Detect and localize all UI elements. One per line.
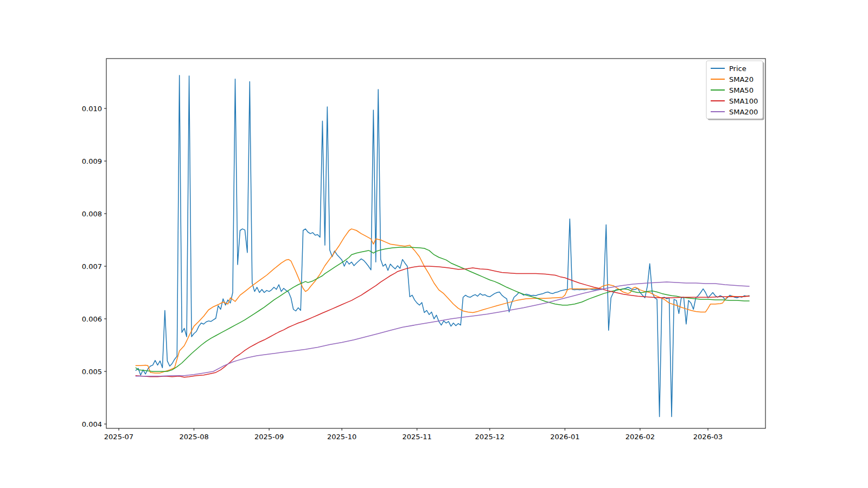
x-tick-label: 2025-10 bbox=[327, 433, 356, 441]
x-tick-label: 2025-12 bbox=[475, 433, 505, 441]
x-tick-label: 2025-11 bbox=[403, 433, 432, 441]
y-tick-label: 0.010 bbox=[82, 105, 102, 113]
y-tick-label: 0.009 bbox=[82, 157, 102, 165]
legend: PriceSMA20SMA50SMA100SMA200 bbox=[706, 61, 764, 120]
y-tick-label: 0.005 bbox=[82, 368, 102, 376]
y-tick-label: 0.007 bbox=[82, 262, 102, 271]
y-tick-label: 0.008 bbox=[82, 210, 102, 218]
legend-label: SMA100 bbox=[729, 97, 758, 105]
legend-label: Price bbox=[729, 65, 746, 73]
y-tick-label: 0.006 bbox=[82, 315, 102, 323]
x-tick-label: 2025-07 bbox=[104, 433, 133, 441]
x-tick-label: 2026-02 bbox=[626, 433, 655, 441]
x-tick-label: 2026-03 bbox=[693, 433, 723, 441]
legend-label: SMA20 bbox=[729, 75, 754, 84]
x-axis: 2025-072025-082025-092025-102025-112025-… bbox=[104, 428, 723, 441]
legend-label: SMA200 bbox=[729, 108, 758, 116]
figure: 0.0040.0050.0060.0070.0080.0090.0102025-… bbox=[0, 0, 868, 488]
legend-label: SMA50 bbox=[729, 86, 754, 94]
y-axis: 0.0040.0050.0060.0070.0080.0090.010 bbox=[82, 105, 106, 428]
x-tick-label: 2026-01 bbox=[550, 433, 579, 441]
y-tick-label: 0.004 bbox=[82, 420, 102, 428]
x-tick-label: 2025-09 bbox=[254, 433, 284, 441]
x-tick-label: 2025-08 bbox=[179, 433, 208, 441]
price-sma-chart: 0.0040.0050.0060.0070.0080.0090.0102025-… bbox=[0, 0, 868, 488]
